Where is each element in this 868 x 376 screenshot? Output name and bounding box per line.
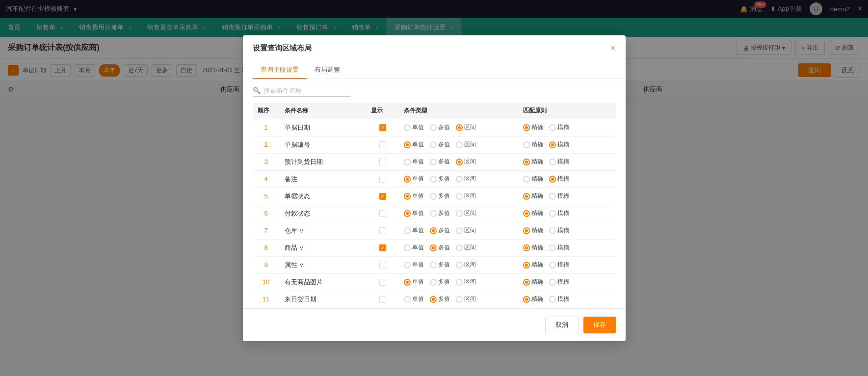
- radio-match-match_fuzzy-7[interactable]: 模糊: [549, 243, 569, 252]
- radio-type-type_multi-0[interactable]: 多值: [430, 123, 450, 132]
- checkbox-show-4[interactable]: [379, 193, 386, 200]
- row-show-7[interactable]: [366, 239, 398, 256]
- save-button[interactable]: 保存: [583, 317, 616, 333]
- modal-tab-query[interactable]: 查询字段设置: [253, 61, 307, 79]
- checkbox-show-0[interactable]: [379, 124, 386, 131]
- checkbox-show-9[interactable]: [379, 279, 386, 286]
- radio-match-match_exact-9[interactable]: 精确: [523, 278, 543, 286]
- row-show-0[interactable]: [366, 119, 398, 136]
- radio-type-type_single-3[interactable]: 单值: [404, 175, 424, 183]
- radio-match-match_fuzzy-3[interactable]: 模糊: [549, 175, 569, 183]
- checkbox-show-8[interactable]: [379, 262, 386, 269]
- radio-type-type_single-8[interactable]: 单值: [404, 261, 424, 269]
- row-type-0[interactable]: 单值多值区间: [399, 119, 518, 136]
- radio-match-match_exact-6[interactable]: 精确: [523, 226, 543, 235]
- row-type-8[interactable]: 单值多值区间: [399, 256, 518, 273]
- radio-match-match_exact-4[interactable]: 精确: [523, 192, 543, 200]
- row-match-3[interactable]: 精确模糊: [518, 170, 616, 188]
- radio-match-match_fuzzy-1[interactable]: 模糊: [549, 140, 569, 149]
- row-match-4[interactable]: 精确模糊: [518, 188, 616, 205]
- radio-type-type_range-2[interactable]: 区间: [456, 158, 476, 166]
- radio-match-match_exact-7[interactable]: 精确: [523, 243, 543, 252]
- radio-match-match_fuzzy-6[interactable]: 模糊: [549, 226, 569, 235]
- radio-match-match_fuzzy-8[interactable]: 模糊: [549, 261, 569, 269]
- radio-type-type_multi-6[interactable]: 多值: [430, 226, 450, 235]
- radio-type-type_single-9[interactable]: 单值: [404, 278, 424, 286]
- radio-type-type_range-3[interactable]: 区间: [456, 175, 476, 183]
- radio-type-type_multi-2[interactable]: 多值: [430, 158, 450, 166]
- radio-type-type_range-6[interactable]: 区间: [456, 226, 476, 235]
- row-show-5[interactable]: [366, 205, 398, 222]
- row-type-3[interactable]: 单值多值区间: [399, 170, 518, 188]
- checkbox-show-7[interactable]: [379, 244, 386, 251]
- row-type-6[interactable]: 单值多值区间: [399, 222, 518, 239]
- row-type-9[interactable]: 单值多值区间: [399, 273, 518, 291]
- radio-type-type_multi-8[interactable]: 多值: [430, 261, 450, 269]
- row-type-4[interactable]: 单值多值区间: [399, 188, 518, 205]
- row-match-6[interactable]: 精确模糊: [518, 222, 616, 239]
- radio-match-match_fuzzy-4[interactable]: 模糊: [549, 192, 569, 200]
- radio-type-type_multi-10[interactable]: 多值: [430, 295, 450, 303]
- radio-type-type_multi-3[interactable]: 多值: [430, 175, 450, 183]
- radio-type-type_range-8[interactable]: 区间: [456, 261, 476, 269]
- radio-type-type_multi-4[interactable]: 多值: [430, 192, 450, 200]
- radio-match-match_exact-3[interactable]: 精确: [523, 175, 543, 183]
- row-type-5[interactable]: 单值多值区间: [399, 205, 518, 222]
- radio-type-type_range-5[interactable]: 区间: [456, 209, 476, 217]
- row-match-0[interactable]: 精确模糊: [518, 119, 616, 136]
- radio-type-type_range-1[interactable]: 区间: [456, 140, 476, 149]
- cancel-button[interactable]: 取消: [545, 317, 579, 333]
- modal-close-button[interactable]: ×: [610, 43, 616, 54]
- row-show-2[interactable]: [366, 153, 398, 170]
- radio-type-type_range-7[interactable]: 区间: [456, 243, 476, 252]
- row-show-9[interactable]: [366, 273, 398, 291]
- radio-type-type_single-10[interactable]: 单值: [404, 295, 424, 303]
- row-type-7[interactable]: 单值多值区间: [399, 239, 518, 256]
- radio-match-match_fuzzy-9[interactable]: 模糊: [549, 278, 569, 286]
- row-match-7[interactable]: 精确模糊: [518, 239, 616, 256]
- checkbox-show-3[interactable]: [379, 176, 386, 183]
- radio-match-match_exact-10[interactable]: 精确: [523, 295, 543, 303]
- row-show-4[interactable]: [366, 188, 398, 205]
- radio-match-match_fuzzy-2[interactable]: 模糊: [549, 158, 569, 166]
- checkbox-show-6[interactable]: [379, 227, 386, 234]
- radio-type-type_multi-5[interactable]: 多值: [430, 209, 450, 217]
- row-show-3[interactable]: [366, 170, 398, 188]
- checkbox-show-2[interactable]: [379, 159, 386, 165]
- radio-match-match_fuzzy-5[interactable]: 模糊: [549, 209, 569, 217]
- radio-type-type_single-7[interactable]: 单值: [404, 243, 424, 252]
- row-show-8[interactable]: [366, 256, 398, 273]
- radio-type-type_single-1[interactable]: 单值: [404, 140, 424, 149]
- search-input[interactable]: [263, 87, 342, 94]
- radio-match-match_exact-1[interactable]: 精确: [523, 140, 543, 149]
- radio-type-type_single-2[interactable]: 单值: [404, 158, 424, 166]
- modal-tab-layout[interactable]: 布局调整: [307, 61, 348, 79]
- radio-type-type_multi-1[interactable]: 多值: [430, 140, 450, 149]
- radio-match-match_fuzzy-10[interactable]: 模糊: [549, 295, 569, 303]
- radio-type-type_multi-9[interactable]: 多值: [430, 278, 450, 286]
- row-show-6[interactable]: [366, 222, 398, 239]
- radio-type-type_single-6[interactable]: 单值: [404, 226, 424, 235]
- radio-type-type_range-4[interactable]: 区间: [456, 192, 476, 200]
- radio-match-match_fuzzy-0[interactable]: 模糊: [549, 123, 569, 132]
- row-match-1[interactable]: 精确模糊: [518, 136, 616, 153]
- radio-match-match_exact-0[interactable]: 精确: [523, 123, 543, 132]
- row-type-2[interactable]: 单值多值区间: [399, 153, 518, 170]
- search-field[interactable]: 🔍: [253, 85, 351, 97]
- row-match-2[interactable]: 精确模糊: [518, 153, 616, 170]
- radio-type-type_range-9[interactable]: 区间: [456, 278, 476, 286]
- radio-type-type_single-0[interactable]: 单值: [404, 123, 424, 132]
- checkbox-show-10[interactable]: [379, 296, 386, 303]
- radio-match-match_exact-2[interactable]: 精确: [523, 158, 543, 166]
- radio-type-type_range-10[interactable]: 区间: [456, 295, 476, 303]
- row-show-1[interactable]: [366, 136, 398, 153]
- radio-type-type_single-4[interactable]: 单值: [404, 192, 424, 200]
- checkbox-show-1[interactable]: [379, 141, 386, 148]
- row-show-10[interactable]: [366, 291, 398, 308]
- radio-type-type_range-0[interactable]: 区间: [456, 123, 476, 132]
- row-match-9[interactable]: 精确模糊: [518, 273, 616, 291]
- checkbox-show-5[interactable]: [379, 210, 386, 217]
- radio-type-type_single-5[interactable]: 单值: [404, 209, 424, 217]
- row-match-5[interactable]: 精确模糊: [518, 205, 616, 222]
- radio-match-match_exact-8[interactable]: 精确: [523, 261, 543, 269]
